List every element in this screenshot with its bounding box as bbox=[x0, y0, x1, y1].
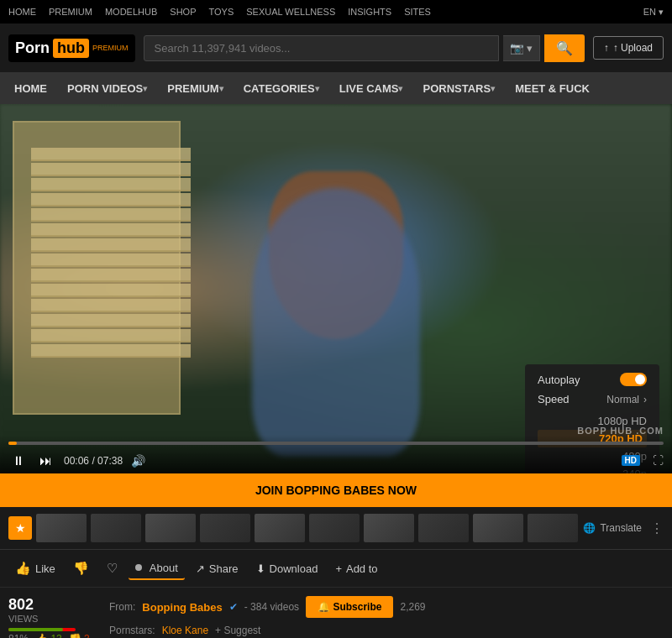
window-element bbox=[13, 121, 181, 415]
translate-button[interactable]: 🌐 Translate bbox=[583, 522, 642, 534]
language-selector[interactable]: EN ▾ bbox=[643, 7, 664, 18]
bell-icon: 🔔 bbox=[318, 601, 330, 613]
nav-categories-arrow: ▾ bbox=[315, 84, 319, 93]
main-navigation: HOME PORN VIDEOS ▾ PREMIUM ▾ CATEGORIES … bbox=[0, 72, 672, 104]
logo-porn-text: Porn bbox=[15, 39, 50, 57]
speed-value: Normal bbox=[606, 394, 639, 405]
top-nav-home[interactable]: HOME bbox=[8, 7, 36, 17]
like-button[interactable]: 👍 Like bbox=[8, 557, 62, 580]
more-options-icon[interactable]: ⋮ bbox=[650, 520, 664, 536]
favorite-star-button[interactable]: ★ bbox=[8, 516, 32, 540]
verified-icon: ✔ bbox=[229, 601, 238, 613]
logo-hub-text: hub bbox=[53, 39, 89, 58]
progress-bar[interactable] bbox=[8, 442, 664, 445]
thumbnail-5[interactable] bbox=[255, 514, 305, 542]
video-count: - 384 videos bbox=[244, 601, 299, 613]
nav-home[interactable]: HOME bbox=[4, 72, 57, 104]
play-pause-button[interactable]: ⏸ bbox=[8, 452, 28, 469]
channel-from-row: From: Bopping Babes ✔ - 384 videos 🔔 Sub… bbox=[109, 596, 664, 618]
nav-pornstars-arrow: ▾ bbox=[491, 84, 495, 93]
pornstars-label: Pornstars: bbox=[109, 625, 155, 636]
thumbnail-7[interactable] bbox=[364, 514, 414, 542]
rating-fill bbox=[8, 628, 63, 631]
nav-porn-videos[interactable]: PORN VIDEOS ▾ bbox=[57, 72, 157, 104]
upload-label: ↑ Upload bbox=[613, 42, 653, 54]
camera-icon: 📷 bbox=[510, 42, 524, 55]
thumbs-down-icon: 👎 bbox=[73, 561, 89, 576]
skip-button[interactable]: ⏭ bbox=[36, 452, 55, 469]
top-nav-sexual-wellness[interactable]: SEXUAL WELLNESS bbox=[246, 7, 335, 17]
thumbs-down-count: 👎 3 bbox=[69, 633, 90, 638]
share-label: Share bbox=[209, 562, 239, 575]
add-to-label: Add to bbox=[346, 562, 378, 575]
video-info-section: 802 VIEWS 81% 👍 13 👎 3 From: Bopping Bab… bbox=[0, 587, 672, 638]
upload-icon: ↑ bbox=[604, 42, 609, 54]
subscribe-button[interactable]: 🔔 Subscribe bbox=[306, 596, 393, 618]
subscriber-count: 2,269 bbox=[400, 601, 425, 613]
video-player[interactable]: Autoplay Speed Normal › 1080p HD 720p HD… bbox=[0, 104, 672, 473]
suggest-button[interactable]: + Suggest bbox=[215, 625, 260, 636]
search-icon: 🔍 bbox=[556, 41, 573, 55]
top-nav-insights[interactable]: INSIGHTS bbox=[348, 7, 391, 17]
camera-search-button[interactable]: 📷 ▾ bbox=[503, 35, 540, 61]
nav-meet-fuck[interactable]: MEET & FUCK bbox=[505, 72, 600, 104]
rating-bar bbox=[8, 628, 76, 631]
video-controls[interactable]: ⏸ ⏭ 00:06 / 07:38 🔊 HD ⛶ bbox=[0, 435, 672, 473]
from-label: From: bbox=[109, 601, 135, 613]
top-nav-shop[interactable]: SHOP bbox=[170, 7, 196, 17]
dislike-button[interactable]: 👎 bbox=[66, 557, 96, 580]
views-count: 802 bbox=[8, 596, 92, 614]
speed-label: Speed bbox=[538, 393, 570, 405]
add-icon: + bbox=[335, 562, 342, 575]
about-dot-icon bbox=[135, 564, 142, 571]
top-nav-toys[interactable]: TOYS bbox=[208, 7, 234, 17]
thumbnail-3[interactable] bbox=[145, 514, 196, 542]
upload-button[interactable]: ↑ ↑ Upload bbox=[593, 36, 664, 60]
search-input[interactable] bbox=[144, 35, 499, 61]
top-navigation: HOME PREMIUM MODELHUB SHOP TOYS SEXUAL W… bbox=[0, 0, 672, 24]
thumbnail-9[interactable] bbox=[473, 514, 523, 542]
pornstar-name-link[interactable]: Kloe Kane bbox=[162, 625, 208, 636]
thumbnail-4[interactable] bbox=[200, 514, 250, 542]
thumbnail-8[interactable] bbox=[418, 514, 469, 542]
autoplay-label: Autoplay bbox=[538, 374, 580, 386]
thumbnail-6[interactable] bbox=[309, 514, 360, 542]
logo-premium-label: PREMIUM bbox=[92, 44, 129, 52]
speed-arrow: › bbox=[643, 394, 647, 405]
about-label: About bbox=[150, 562, 178, 574]
heart-button[interactable]: ♡ bbox=[100, 557, 124, 580]
thumbnail-10[interactable] bbox=[528, 514, 578, 542]
fullscreen-button[interactable]: ⛶ bbox=[653, 454, 664, 467]
speed-value-row[interactable]: Normal › bbox=[606, 394, 647, 405]
site-header: Pornhub PREMIUM 📷 ▾ 🔍 ↑ ↑ Upload bbox=[0, 24, 672, 72]
thumbnail-1[interactable] bbox=[36, 514, 87, 542]
speed-row: Speed Normal › bbox=[538, 393, 647, 405]
top-nav-sites[interactable]: SITES bbox=[404, 7, 431, 17]
nav-premium[interactable]: PREMIUM ▾ bbox=[157, 72, 233, 104]
volume-button[interactable]: 🔊 bbox=[131, 454, 145, 468]
about-tab[interactable]: About bbox=[129, 557, 185, 580]
top-nav-premium[interactable]: PREMIUM bbox=[49, 7, 92, 17]
channel-name-link[interactable]: Bopping Babes bbox=[142, 601, 222, 614]
heart-icon: ♡ bbox=[107, 561, 118, 576]
site-logo[interactable]: Pornhub PREMIUM bbox=[8, 34, 135, 62]
star-icon: ★ bbox=[15, 521, 26, 535]
download-button[interactable]: ⬇ Download bbox=[249, 558, 325, 579]
search-button[interactable]: 🔍 bbox=[544, 34, 585, 62]
pornstar-row: Pornstars: Kloe Kane + Suggest bbox=[109, 625, 664, 636]
nav-categories[interactable]: CATEGORIES ▾ bbox=[234, 72, 329, 104]
thumbnail-2[interactable] bbox=[91, 514, 141, 542]
translate-label: Translate bbox=[600, 522, 642, 534]
share-button[interactable]: ↗ Share bbox=[189, 558, 245, 579]
rating-percent: 81% bbox=[8, 633, 29, 638]
time-display: 00:06 / 07:38 bbox=[64, 455, 123, 467]
autoplay-toggle[interactable] bbox=[620, 373, 647, 386]
nav-live-cams[interactable]: LIVE CAMS ▾ bbox=[329, 72, 413, 104]
nav-pornstars[interactable]: PORNSTARS ▾ bbox=[412, 72, 505, 104]
join-banner[interactable]: JOIN BOPPING BABES NOW bbox=[0, 473, 672, 507]
like-label: Like bbox=[35, 562, 55, 575]
top-nav-modelhub[interactable]: MODELHUB bbox=[105, 7, 157, 17]
progress-fill bbox=[8, 442, 17, 445]
add-to-button[interactable]: + Add to bbox=[328, 558, 384, 579]
thumbnails-strip: ★ 🌐 Translate ⋮ bbox=[0, 507, 672, 549]
